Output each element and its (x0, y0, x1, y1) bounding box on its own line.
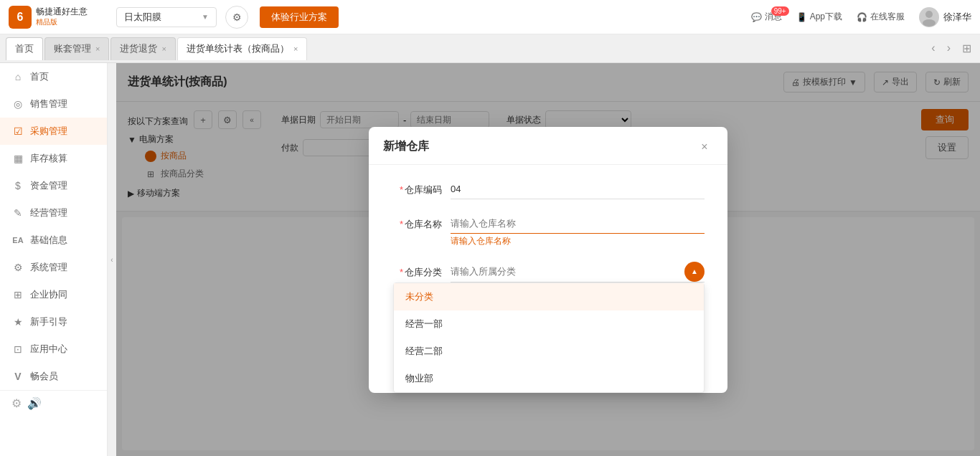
app-badge: 精品版 (36, 17, 88, 27)
dropdown-item-dept3[interactable]: 物业部 (394, 365, 704, 392)
enterprise-icon: ⊞ (11, 289, 24, 300)
app-name: 畅捷通好生意 (36, 6, 88, 18)
finance-icon: $ (11, 180, 24, 191)
modal-body: 仓库编码 仓库名称 请输入仓库名称 (369, 165, 727, 346)
app-download-button[interactable]: 📱 App下载 (796, 11, 842, 23)
home-tab-label: 首页 (15, 42, 34, 55)
sidebar-item-home[interactable]: ⌂ 首页 (0, 63, 107, 90)
online-service-label: 在线客服 (870, 11, 905, 23)
online-service-button[interactable]: 🎧 在线客服 (857, 11, 905, 23)
sidebar-collapse-button[interactable]: ‹ (108, 63, 116, 456)
tab-next-button[interactable]: › (944, 42, 953, 55)
header-actions: ⚙ 体验行业方案 (225, 6, 339, 29)
form-row-category: 仓库分类 ▲ 未分类 经营一部 经营二部 物业部 (392, 262, 705, 282)
field-name-label: 仓库名称 (392, 214, 442, 231)
new-warehouse-modal: 新增仓库 × 仓库编码 仓库名称 (369, 127, 727, 393)
sidebar-guide-label: 新手引导 (30, 315, 67, 328)
logo-icon: 6 (9, 6, 32, 29)
sidebar-item-system[interactable]: ⚙ 系统管理 (0, 254, 107, 281)
tab-prev-button[interactable]: ‹ (928, 42, 938, 55)
category-dropdown-arrow[interactable]: ▲ (684, 262, 705, 282)
sidebar-item-guide[interactable]: ★ 新手引导 (0, 308, 107, 336)
sidebar-enterprise-label: 企业协同 (30, 288, 67, 301)
tab-stats[interactable]: 进货单统计表（按商品） × (177, 37, 307, 60)
svg-point-1 (923, 19, 936, 27)
dropdown-item-dept2[interactable]: 经营二部 (394, 338, 704, 365)
inventory-icon: ▦ (11, 153, 24, 164)
category-input[interactable] (451, 262, 684, 281)
vip-icon: V (11, 371, 24, 382)
notification-badge: 99+ (771, 6, 789, 16)
sidebar-vip-label: 畅会员 (30, 370, 58, 383)
user-area[interactable]: 徐泽华 (919, 7, 971, 27)
sidebar-item-inventory[interactable]: ▦ 库存核算 (0, 145, 107, 172)
field-code-wrapper (451, 179, 705, 199)
system-icon: ⚙ (11, 262, 24, 273)
tab-menu-button[interactable]: ⊞ (959, 42, 974, 55)
basic-icon: EA (11, 236, 24, 244)
modal-close-button[interactable]: × (696, 138, 713, 156)
tab-home[interactable]: 首页 (6, 37, 43, 60)
sidebar-business-label: 经营管理 (30, 206, 67, 219)
content-area: 进货单统计(按商品) 🖨 按模板打印 ▼ ↗ 导出 ↻ 刷新 (116, 63, 980, 456)
returns-tab-label: 进货退货 (120, 42, 157, 55)
sidebar-item-business[interactable]: ✎ 经营管理 (0, 199, 107, 227)
sidebar-item-sales[interactable]: ◎ 销售管理 (0, 90, 107, 118)
message-icon: 💬 (751, 12, 762, 22)
field-category-label: 仓库分类 (392, 262, 442, 279)
warehouse-name-error: 请输入仓库名称 (451, 235, 705, 247)
purchase-icon: ☑ (11, 125, 24, 137)
modal-title: 新增仓库 (383, 139, 429, 154)
business-icon: ✎ (11, 207, 24, 219)
store-dropdown-arrow: ▼ (202, 13, 209, 21)
sidebar: ⌂ 首页 ◎ 销售管理 ☑ 采购管理 ▦ 库存核算 $ 资金管理 ✎ 经营管理 … (0, 63, 108, 456)
store-selector[interactable]: 日太阳膜 ▼ (116, 7, 217, 27)
sidebar-item-purchase[interactable]: ☑ 采购管理 (0, 118, 107, 145)
headset-icon: 🎧 (857, 12, 867, 22)
sidebar-home-label: 首页 (30, 70, 49, 83)
sidebar-purchase-label: 采购管理 (30, 125, 67, 138)
sidebar-sales-label: 销售管理 (30, 98, 67, 110)
trial-button[interactable]: 体验行业方案 (260, 6, 339, 28)
main-layout: ⌂ 首页 ◎ 销售管理 ☑ 采购管理 ▦ 库存核算 $ 资金管理 ✎ 经营管理 … (0, 63, 980, 456)
sidebar-item-vip[interactable]: V 畅会员 (0, 363, 107, 390)
field-name-wrapper: 请输入仓库名称 (451, 214, 705, 247)
sidebar-sound-icon[interactable]: 🔊 (27, 396, 42, 410)
sidebar-item-finance[interactable]: $ 资金管理 (0, 172, 107, 199)
sidebar-item-apps[interactable]: ⊡ 应用中心 (0, 336, 107, 363)
sidebar-settings-icon[interactable]: ⚙ (11, 396, 22, 410)
username: 徐泽华 (943, 11, 971, 24)
tab-returns[interactable]: 进货退货 × (110, 37, 175, 60)
avatar (919, 7, 939, 27)
accounts-tab-label: 账套管理 (54, 42, 91, 55)
tab-accounts[interactable]: 账套管理 × (44, 37, 109, 60)
settings-button[interactable]: ⚙ (225, 6, 248, 29)
sidebar-apps-label: 应用中心 (30, 343, 67, 356)
sales-icon: ◎ (11, 98, 24, 110)
dropdown-item-dept1[interactable]: 经营一部 (394, 310, 704, 338)
header-right: 💬 消息 99+ 📱 App下载 🎧 在线客服 徐泽华 (751, 7, 971, 27)
dropdown-item-none[interactable]: 未分类 (394, 283, 704, 310)
returns-tab-close[interactable]: × (161, 44, 166, 53)
svg-point-0 (925, 11, 933, 18)
stats-tab-label: 进货单统计表（按商品） (187, 42, 289, 55)
form-row-name: 仓库名称 请输入仓库名称 (392, 214, 705, 247)
sidebar-system-label: 系统管理 (30, 261, 67, 274)
warehouse-name-input[interactable] (451, 214, 705, 234)
stats-tab-close[interactable]: × (293, 44, 298, 53)
category-select-wrapper: ▲ (451, 262, 705, 282)
modal-overlay: 新增仓库 × 仓库编码 仓库名称 (116, 63, 980, 456)
accounts-tab-close[interactable]: × (95, 44, 100, 53)
warehouse-code-input[interactable] (451, 179, 705, 199)
tab-bar: 首页 账套管理 × 进货退货 × 进货单统计表（按商品） × ‹ › ⊞ (0, 34, 980, 63)
notification-button[interactable]: 💬 消息 99+ (751, 11, 782, 23)
sidebar-item-basic[interactable]: EA 基础信息 (0, 227, 107, 254)
apps-icon: ⊡ (11, 343, 24, 355)
sidebar-inventory-label: 库存核算 (30, 152, 67, 165)
guide-icon: ★ (11, 316, 24, 328)
sidebar-finance-label: 资金管理 (30, 179, 67, 192)
form-row-code: 仓库编码 (392, 179, 705, 199)
sidebar-item-enterprise[interactable]: ⊞ 企业协同 (0, 281, 107, 308)
category-dropdown-list: 未分类 经营一部 经营二部 物业部 (393, 282, 705, 393)
top-header: 6 畅捷通好生意 精品版 日太阳膜 ▼ ⚙ 体验行业方案 💬 消息 99+ 📱 … (0, 0, 980, 34)
